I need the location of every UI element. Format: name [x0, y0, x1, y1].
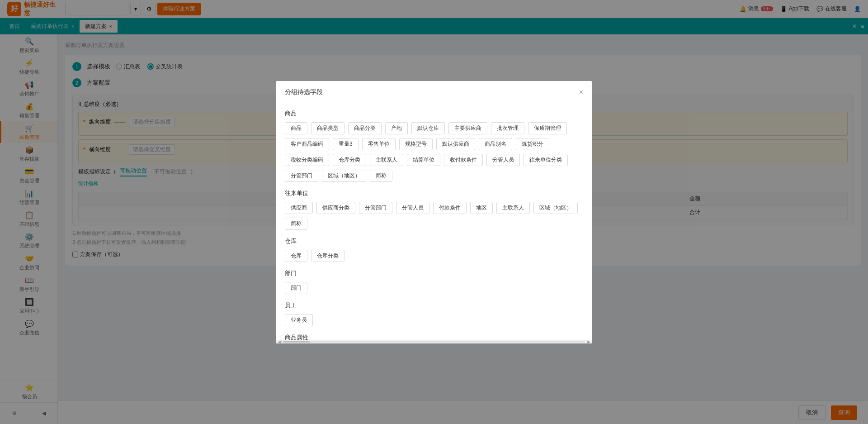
tag-往来单位分类[interactable]: 往来单位分类 [524, 154, 568, 166]
tag-结算单位[interactable]: 结算单位 [407, 154, 440, 166]
tag-分管部门[interactable]: 分管部门 [359, 202, 392, 214]
tag-零售单位[interactable]: 零售单位 [362, 138, 396, 150]
tag-主要供应商[interactable]: 主要供应商 [448, 122, 487, 134]
hscroll-track [283, 341, 585, 343]
section-product: 商品 商品 商品类型 商品分类 产地 默认仓库 主要供应商 批次管理 保质期管理… [285, 110, 583, 182]
tag-地区[interactable]: 地区 [470, 202, 493, 214]
modal-title: 分组待选字段 [285, 88, 323, 96]
tag-供应商[interactable]: 供应商 [285, 202, 313, 214]
tag-区域地区-pt[interactable]: 区域（地区） [533, 202, 578, 214]
tag-客户商品编码[interactable]: 客户商品编码 [285, 138, 329, 150]
tag-分管部门-p[interactable]: 分管部门 [285, 170, 318, 182]
tag-重量3[interactable]: 重量3 [333, 138, 359, 150]
tag-商品别名[interactable]: 商品别名 [479, 138, 512, 150]
section-partner-title: 往来单位 [285, 189, 583, 197]
modal-hscroll[interactable]: ◀ ▶ [276, 340, 592, 343]
tag-炼货积分[interactable]: 炼货积分 [516, 138, 549, 150]
tag-简称-p[interactable]: 简称 [370, 170, 392, 182]
section-employee-tags: 业务员 [285, 314, 583, 326]
tag-分管人员-pt[interactable]: 分管人员 [396, 202, 429, 214]
tag-部门[interactable]: 部门 [285, 282, 307, 294]
tag-商品[interactable]: 商品 [285, 122, 307, 134]
hscroll-left-arrow[interactable]: ◀ [278, 339, 281, 345]
section-department-title: 部门 [285, 269, 583, 277]
tag-默认仓库[interactable]: 默认仓库 [411, 122, 445, 134]
section-warehouse-tags: 仓库 仓库分类 [285, 250, 583, 262]
section-product-attr: 商品属性 属性 颜色 多规格 尺码 鞋码 1 [285, 333, 583, 340]
section-warehouse: 仓库 仓库 仓库分类 [285, 237, 583, 262]
section-employee: 员工 业务员 [285, 301, 583, 326]
modal-header: 分组待选字段 × [276, 81, 592, 102]
tag-区域地区-p[interactable]: 区域（地区） [322, 170, 366, 182]
section-department-tags: 部门 [285, 282, 583, 294]
tag-业务员[interactable]: 业务员 [285, 314, 313, 326]
tag-仓库分类[interactable]: 仓库分类 [333, 154, 366, 166]
section-partner: 往来单位 供应商 供应商分类 分管部门 分管人员 付款条件 地区 主联系人 区域… [285, 189, 583, 230]
modal-overlay[interactable]: 分组待选字段 × 商品 商品 商品类型 商品分类 产地 默认仓库 主要供应商 批… [0, 0, 868, 424]
tag-供应商分类[interactable]: 供应商分类 [316, 202, 355, 214]
section-partner-tags: 供应商 供应商分类 分管部门 分管人员 付款条件 地区 主联系人 区域（地区） … [285, 202, 583, 230]
tag-主联系人-pt[interactable]: 主联系人 [496, 202, 530, 214]
tag-付款条件[interactable]: 付款条件 [433, 202, 467, 214]
tag-默认供应商[interactable]: 默认供应商 [436, 138, 475, 150]
tag-产地[interactable]: 产地 [385, 122, 408, 134]
section-product-tags: 商品 商品类型 商品分类 产地 默认仓库 主要供应商 批次管理 保质期管理 客户… [285, 122, 583, 182]
section-employee-title: 员工 [285, 301, 583, 310]
tag-批次管理[interactable]: 批次管理 [491, 122, 524, 134]
tag-规格型号[interactable]: 规格型号 [399, 138, 433, 150]
tag-分管人员[interactable]: 分管人员 [486, 154, 520, 166]
tag-仓库[interactable]: 仓库 [285, 250, 307, 262]
modal-dialog: 分组待选字段 × 商品 商品 商品类型 商品分类 产地 默认仓库 主要供应商 批… [276, 81, 592, 343]
modal-body: 商品 商品 商品类型 商品分类 产地 默认仓库 主要供应商 批次管理 保质期管理… [276, 102, 592, 340]
tag-商品类型[interactable]: 商品类型 [311, 122, 344, 134]
hscroll-thumb [283, 341, 310, 343]
section-warehouse-title: 仓库 [285, 237, 583, 245]
section-department: 部门 部门 [285, 269, 583, 294]
tag-主联系人[interactable]: 主联系人 [370, 154, 403, 166]
section-product-attr-title: 商品属性 [285, 333, 583, 340]
hscroll-right-arrow[interactable]: ▶ [587, 339, 590, 345]
tag-保质期管理[interactable]: 保质期管理 [528, 122, 567, 134]
tag-仓库分类-w[interactable]: 仓库分类 [311, 250, 344, 262]
section-product-title: 商品 [285, 110, 583, 118]
tag-简称-pt[interactable]: 简称 [285, 218, 307, 230]
tag-税收分类编码[interactable]: 税收分类编码 [285, 154, 329, 166]
tag-商品分类[interactable]: 商品分类 [348, 122, 382, 134]
tag-收付款条件[interactable]: 收付款条件 [444, 154, 483, 166]
modal-close-button[interactable]: × [579, 88, 583, 96]
